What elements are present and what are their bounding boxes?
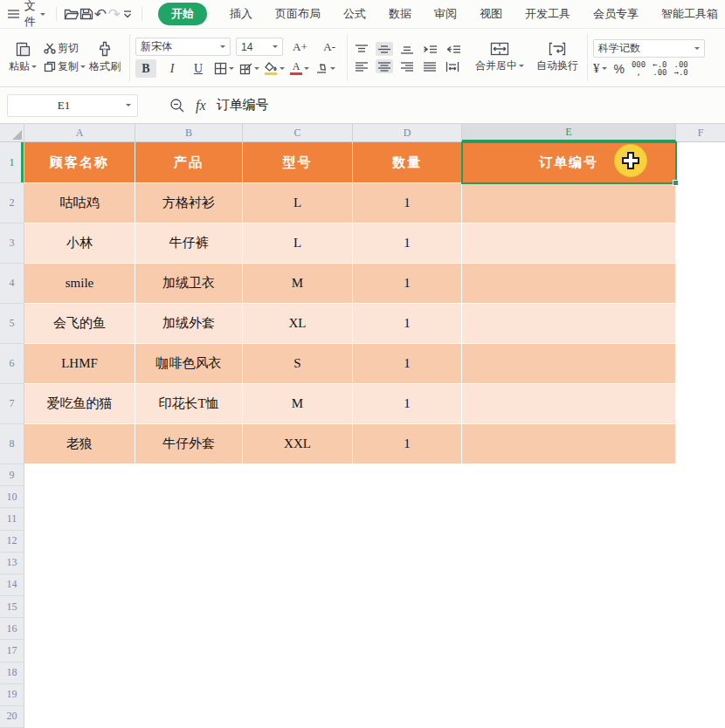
column-header-e-selected[interactable]: E bbox=[462, 124, 676, 141]
formula-input[interactable]: 订单编号 bbox=[217, 97, 269, 113]
fill-color-button[interactable] bbox=[265, 62, 285, 75]
empty-row[interactable] bbox=[24, 640, 725, 662]
empty-row[interactable] bbox=[24, 464, 725, 486]
cell-b7[interactable]: 印花长T恤 bbox=[135, 384, 243, 424]
cell-f8[interactable] bbox=[676, 424, 725, 464]
cell-d7[interactable]: 1 bbox=[353, 384, 462, 424]
cell-a7[interactable]: 爱吃鱼的猫 bbox=[24, 384, 135, 424]
row-header-17[interactable]: 17 bbox=[0, 640, 24, 662]
row-header-14[interactable]: 14 bbox=[0, 574, 24, 596]
increase-decimal-button[interactable]: .00 →.0 bbox=[673, 61, 687, 77]
empty-row[interactable] bbox=[24, 508, 725, 530]
cell-a3[interactable]: 小林 bbox=[24, 223, 135, 264]
row-header-9[interactable]: 9 bbox=[0, 464, 24, 486]
row-header-7[interactable]: 7 bbox=[0, 384, 24, 424]
empty-row[interactable] bbox=[24, 596, 725, 618]
cell-a8[interactable]: 老狼 bbox=[24, 424, 135, 464]
font-name-select[interactable]: 新宋体 bbox=[135, 38, 231, 56]
cell-c5[interactable]: XL bbox=[243, 304, 353, 344]
tab-view[interactable]: 视图 bbox=[480, 6, 502, 22]
cell-c4[interactable]: M bbox=[243, 264, 353, 304]
tab-formulas[interactable]: 公式 bbox=[343, 6, 366, 22]
empty-row[interactable] bbox=[24, 553, 725, 574]
tab-membership[interactable]: 会员专享 bbox=[593, 6, 639, 22]
cell-d3[interactable]: 1 bbox=[353, 223, 462, 264]
column-header-f[interactable]: F bbox=[676, 124, 725, 141]
empty-row[interactable] bbox=[24, 574, 725, 596]
borders-button[interactable] bbox=[214, 62, 234, 75]
copy-button[interactable]: 复制 bbox=[44, 59, 86, 74]
row-header-3[interactable]: 3 bbox=[0, 223, 24, 264]
cell-d8[interactable]: 1 bbox=[353, 424, 462, 464]
cell-f3[interactable] bbox=[676, 223, 725, 264]
row-header-11[interactable]: 11 bbox=[0, 508, 24, 530]
tab-smart-toolbox[interactable]: 智能工具箱 bbox=[661, 6, 718, 22]
cell-c8[interactable]: XXL bbox=[243, 424, 353, 464]
select-all-corner[interactable] bbox=[0, 124, 24, 141]
cell-e8[interactable] bbox=[462, 424, 676, 464]
increase-indent-icon[interactable] bbox=[445, 42, 463, 56]
header-cell-product[interactable]: 产品 bbox=[135, 142, 243, 183]
cell-d4[interactable]: 1 bbox=[353, 264, 462, 304]
tab-developer[interactable]: 开发工具 bbox=[525, 6, 570, 22]
row-header-4[interactable]: 4 bbox=[0, 264, 24, 304]
italic-button[interactable]: I bbox=[162, 59, 183, 78]
cell-b8[interactable]: 牛仔外套 bbox=[135, 424, 243, 464]
distributed-icon[interactable] bbox=[444, 59, 461, 73]
header-cell-model[interactable]: 型号 bbox=[243, 142, 353, 183]
file-menu[interactable]: 文件 bbox=[21, 0, 49, 30]
chevron-down-icon[interactable] bbox=[120, 104, 137, 106]
undo-icon[interactable]: ↶ bbox=[93, 4, 107, 24]
cell-a2[interactable]: 咕咕鸡 bbox=[24, 183, 135, 223]
tab-data[interactable]: 数据 bbox=[389, 6, 411, 22]
wrap-text-button[interactable]: 自动换行 bbox=[533, 32, 582, 83]
thousands-separator-button[interactable]: 000 , bbox=[632, 61, 646, 77]
header-cell-customer[interactable]: 顾客名称 bbox=[24, 142, 135, 183]
cell-e4[interactable] bbox=[462, 264, 676, 304]
row-header-19[interactable]: 19 bbox=[0, 684, 24, 706]
cell-b6[interactable]: 咖啡色风衣 bbox=[135, 344, 243, 384]
align-middle-icon[interactable] bbox=[376, 42, 393, 56]
header-cell-quantity[interactable]: 数量 bbox=[353, 142, 462, 183]
cell-b5[interactable]: 加绒外套 bbox=[135, 304, 243, 344]
cell-b3[interactable]: 牛仔裤 bbox=[135, 223, 243, 264]
empty-row[interactable] bbox=[24, 663, 725, 684]
cell-b2[interactable]: 方格衬衫 bbox=[135, 183, 243, 223]
cell-c6[interactable]: S bbox=[243, 344, 353, 384]
cell-a4[interactable]: smile bbox=[24, 264, 135, 304]
cell-a5[interactable]: 会飞的鱼 bbox=[24, 304, 135, 344]
cell-c7[interactable]: M bbox=[243, 384, 353, 424]
save-icon[interactable] bbox=[79, 4, 93, 24]
decrease-decimal-button[interactable]: ←.0 .00 bbox=[652, 61, 666, 77]
empty-row[interactable] bbox=[24, 531, 725, 553]
empty-row[interactable] bbox=[24, 618, 725, 640]
cell-f6[interactable] bbox=[676, 344, 725, 384]
row-header-1[interactable]: 1 bbox=[0, 142, 24, 183]
redo-icon[interactable]: ↷ bbox=[107, 4, 121, 24]
row-header-20[interactable]: 20 bbox=[0, 706, 24, 728]
cell-f7[interactable] bbox=[676, 384, 725, 424]
cell-a6[interactable]: LHMF bbox=[24, 344, 135, 384]
clear-format-button[interactable] bbox=[314, 63, 335, 74]
row-header-8[interactable]: 8 bbox=[0, 424, 24, 464]
row-header-16[interactable]: 16 bbox=[0, 618, 24, 640]
grow-font-button[interactable]: A+ bbox=[288, 38, 313, 56]
cell-e5[interactable] bbox=[462, 304, 676, 344]
tab-review[interactable]: 审阅 bbox=[434, 6, 457, 22]
font-size-select[interactable]: 14 bbox=[236, 38, 283, 56]
empty-row[interactable] bbox=[24, 486, 725, 508]
cell-c3[interactable]: L bbox=[243, 223, 353, 264]
cell-f4[interactable] bbox=[676, 264, 725, 304]
merge-center-button[interactable]: 合并居中 bbox=[472, 32, 528, 83]
align-bottom-icon[interactable] bbox=[398, 42, 416, 56]
empty-row[interactable] bbox=[24, 706, 725, 728]
cell-e2[interactable] bbox=[462, 183, 676, 223]
justify-icon[interactable] bbox=[421, 59, 438, 73]
cell-c2[interactable]: L bbox=[243, 183, 353, 223]
cell-e3[interactable] bbox=[462, 223, 676, 264]
row-header-18[interactable]: 18 bbox=[0, 663, 24, 684]
cell-d5[interactable]: 1 bbox=[353, 304, 462, 344]
name-box[interactable]: E1 bbox=[7, 94, 138, 117]
row-header-12[interactable]: 12 bbox=[0, 531, 24, 553]
row-header-5[interactable]: 5 bbox=[0, 304, 24, 344]
